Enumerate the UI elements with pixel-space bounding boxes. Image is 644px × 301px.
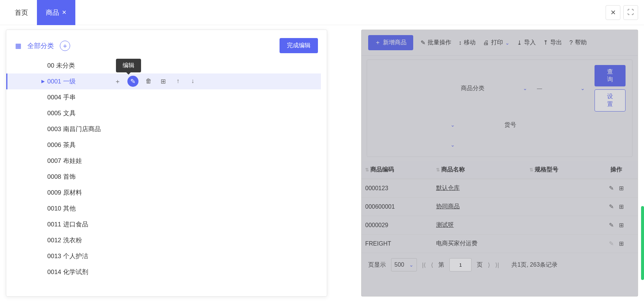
close-icon[interactable]: ×	[62, 8, 66, 17]
filter-category-label: 商品分类	[455, 85, 484, 92]
category-item[interactable]: 0007 布娃娃	[6, 153, 321, 169]
print-icon: 🖨	[483, 40, 489, 46]
col-spec[interactable]: ⇅规格型号	[526, 161, 595, 179]
filter-code-label: 货号	[487, 121, 516, 129]
cell-spec	[526, 235, 595, 253]
query-button[interactable]: 查询	[595, 65, 626, 86]
chevron-down-icon: ⌄	[505, 40, 510, 46]
help-icon: ?	[569, 40, 573, 46]
import-icon: ⤓	[517, 39, 522, 46]
category-item[interactable]: 0005 文具	[6, 105, 321, 121]
next-page-icon[interactable]: ⟩	[488, 261, 490, 268]
category-header: ▦ 全部分类 ＋ 完成编辑	[6, 30, 327, 58]
product-panel: ＋ 新增商品 ✎批量操作 ↕移动 🖨打印 ⌄ ⤓导入 ⤒导出 ?帮助	[361, 30, 638, 297]
per-page-select[interactable]: 500⌄	[391, 258, 417, 271]
prev-page-icon[interactable]: ⟨	[431, 261, 433, 268]
chevron-down-icon: ⌄	[409, 262, 414, 268]
cell-name[interactable]: 协同商品	[432, 198, 526, 216]
dash: —	[537, 85, 542, 91]
pagination: 页显示 500⌄ |⟨ ⟨ 第 页 ⟩ ⟩| 共1页, 263条记录	[362, 253, 638, 277]
batch-button[interactable]: ✎批量操作	[421, 39, 451, 47]
sort-icon: ⇅	[436, 167, 440, 172]
add-category-button[interactable]: ＋	[60, 41, 70, 51]
filter-select-3[interactable]: ⌄	[418, 118, 459, 131]
cell-spec	[526, 179, 595, 198]
category-select-1[interactable]: ⌄	[490, 82, 531, 95]
col-name[interactable]: ⇅商品名称	[432, 161, 526, 179]
filter-select-4[interactable]: ⌄	[418, 138, 459, 151]
category-item[interactable]: 0004 手串	[6, 89, 321, 105]
category-item[interactable]: 0003 南昌门店商品	[6, 121, 321, 137]
category-item[interactable]: 0001 一级▶＋✎🗑⊞↑↓编辑	[6, 73, 321, 89]
category-item[interactable]: 0013 个人护洁	[6, 248, 321, 264]
help-button[interactable]: ?帮助	[569, 39, 587, 47]
table-row: 000600001协同商品✎⊞	[362, 198, 638, 216]
row-edit-icon[interactable]: ✎	[609, 240, 614, 247]
caret-icon: ▶	[41, 79, 45, 84]
export-button[interactable]: ⤒导出	[543, 39, 562, 47]
row-more-icon[interactable]: ⊞	[619, 203, 624, 210]
done-edit-button[interactable]: 完成编辑	[280, 38, 318, 53]
up-icon[interactable]: ↑	[173, 76, 183, 86]
cell-spec	[526, 216, 595, 235]
row-more-icon[interactable]: ⊞	[619, 222, 624, 229]
print-button[interactable]: 🖨打印 ⌄	[483, 39, 510, 47]
add-icon[interactable]: ＋	[113, 76, 122, 86]
toolbar: ＋ 新增商品 ✎批量操作 ↕移动 🖨打印 ⌄ ⤓导入 ⤒导出 ?帮助	[362, 30, 638, 56]
cell-spec	[526, 198, 595, 216]
cell-actions: ✎⊞	[595, 198, 638, 216]
delete-icon[interactable]: 🗑	[144, 76, 153, 86]
per-page-label: 页显示	[368, 261, 386, 269]
category-item[interactable]: 0009 原材料	[6, 185, 321, 201]
tab-home[interactable]: 首页	[6, 0, 37, 25]
cell-actions: ✎⊞	[595, 179, 638, 198]
main-area: ＋ 新增商品 ✎批量操作 ↕移动 🖨打印 ⌄ ⤓导入 ⤒导出 ?帮助	[0, 25, 644, 301]
category-tree[interactable]: 00 未分类0001 一级▶＋✎🗑⊞↑↓编辑0004 手串0005 文具0003…	[6, 58, 327, 294]
cell-name: 电商买家付运费	[432, 235, 526, 253]
category-item[interactable]: 0010 其他	[6, 201, 321, 216]
cell-name[interactable]: 默认仓库	[432, 179, 526, 198]
plus-icon: ＋	[375, 39, 381, 47]
row-edit-icon[interactable]: ✎	[609, 203, 614, 210]
category-item[interactable]: 0012 洗衣粉	[6, 232, 321, 248]
cell-name[interactable]: 测试呀	[432, 216, 526, 235]
chevron-down-icon: ⌄	[451, 142, 455, 148]
item-actions: ＋✎🗑⊞↑↓	[113, 76, 198, 87]
first-page-icon[interactable]: |⟨	[422, 261, 426, 268]
fullscreen-icon[interactable]: ⛶	[623, 5, 638, 20]
edit-tooltip: 编辑	[116, 59, 141, 72]
sub-icon[interactable]: ⊞	[158, 76, 168, 86]
page-input[interactable]	[449, 258, 472, 271]
new-product-button[interactable]: ＋ 新增商品	[368, 35, 413, 50]
settings-button[interactable]: 设置	[595, 89, 626, 112]
last-page-icon[interactable]: ⟩|	[495, 261, 499, 268]
down-icon[interactable]: ↓	[188, 76, 198, 86]
edit-icon[interactable]: ✎	[127, 76, 138, 87]
row-more-icon[interactable]: ⊞	[619, 185, 624, 192]
category-select-2[interactable]: ⌄	[548, 82, 589, 95]
table-row: 0000029测试呀✎⊞	[362, 216, 638, 235]
row-edit-icon[interactable]: ✎	[609, 222, 614, 229]
cell-code: FREIGHT	[362, 235, 432, 253]
move-icon: ↕	[459, 40, 462, 46]
close-all-icon[interactable]: ✕	[606, 5, 620, 20]
import-button[interactable]: ⤓导入	[517, 39, 536, 47]
row-edit-icon[interactable]: ✎	[609, 185, 614, 192]
category-panel: ▦ 全部分类 ＋ 完成编辑 00 未分类0001 一级▶＋✎🗑⊞↑↓编辑0004…	[6, 30, 327, 297]
tab-product[interactable]: 商品 ×	[37, 0, 75, 25]
cell-code: 0000123	[362, 179, 432, 198]
category-title[interactable]: 全部分类	[27, 41, 54, 50]
category-item[interactable]: 0014 化学试剂	[6, 264, 321, 280]
category-item[interactable]: 0006 茶具	[6, 137, 321, 153]
category-item[interactable]: 00 未分类	[6, 58, 321, 73]
category-item[interactable]: 0008 首饰	[6, 169, 321, 185]
category-item[interactable]: 0011 进口食品	[6, 216, 321, 232]
grid-icon: ▦	[15, 42, 21, 50]
chevron-down-icon: ⌄	[451, 122, 455, 128]
row-more-icon[interactable]: ⊞	[619, 240, 624, 247]
table-row: FREIGHT电商买家付运费✎⊞	[362, 235, 638, 253]
chevron-down-icon: ⌄	[523, 85, 527, 91]
move-button[interactable]: ↕移动	[459, 39, 476, 47]
col-code[interactable]: ⇅商品编码	[362, 161, 432, 179]
sort-icon: ⇅	[365, 167, 369, 172]
